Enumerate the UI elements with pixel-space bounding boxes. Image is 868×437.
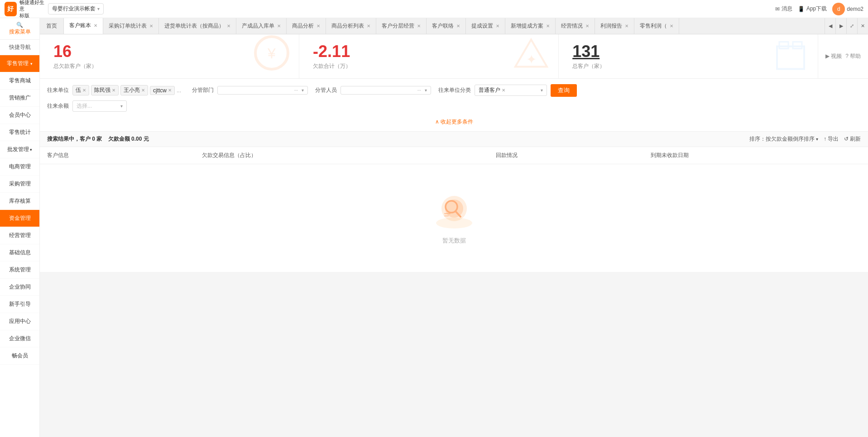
svg-rect-6 [793, 42, 802, 49]
tab-operations-status[interactable]: 经营情况 ✕ [556, 18, 595, 34]
sidebar-item-finance[interactable]: 资金管理 [0, 210, 39, 227]
sidebar-item-retail-mgmt[interactable]: 零售管理 ▾ [0, 55, 39, 72]
dept-filter-select[interactable]: ··· ▾ [217, 86, 308, 95]
category-filter-select[interactable]: 普通客户 ✕ ▾ [475, 85, 547, 96]
category-tag-1[interactable]: 普通客户 ✕ [479, 86, 505, 94]
sidebar-item-vip-member[interactable]: 畅会员 [0, 347, 39, 365]
tag-close-icon[interactable]: ✕ [168, 88, 172, 93]
tab-close-icon[interactable]: ✕ [625, 24, 628, 28]
tab-close-icon[interactable]: ✕ [227, 24, 230, 28]
sidebar-item-purchase[interactable]: 采购管理 [0, 176, 39, 193]
tab-profit-report[interactable]: 利润报告 ✕ [595, 18, 634, 34]
tab-close-icon[interactable]: ✕ [277, 24, 281, 28]
sidebar-item-sys-mgmt[interactable]: 系统管理 [0, 261, 39, 279]
balance-filter-select[interactable]: 选择... ▾ [72, 100, 127, 112]
tab-close-all-button[interactable]: ✕ [857, 18, 868, 34]
tab-close-icon[interactable]: ✕ [94, 23, 97, 28]
content-area: 首页 客户账本 ✕ 采购订单统计表 ✕ 进货单统计表（按商品） ✕ 产成品入库单… [40, 18, 868, 437]
tab-close-icon[interactable]: ✕ [456, 24, 460, 28]
workspace-selector[interactable]: 母婴行业演示帐套 ▾ [48, 3, 104, 14]
play-icon: ▶ [825, 53, 830, 59]
sidebar-item-retail-stat[interactable]: 零售统计 [0, 124, 39, 141]
sidebar-item-wholesale-mgmt[interactable]: 批发管理 ▾ [0, 141, 39, 158]
tab-expand-button[interactable]: ⤢ [846, 18, 857, 34]
sidebar-item-basic-info[interactable]: 基础信息 [0, 244, 39, 261]
tab-close-icon[interactable]: ✕ [367, 24, 370, 28]
collapse-button[interactable]: ∧ 收起更多条件 [435, 118, 473, 126]
stat-number-debt: -2.11 [313, 43, 350, 61]
tab-home[interactable]: 首页 [40, 18, 64, 34]
tab-close-icon[interactable]: ✕ [317, 24, 320, 28]
chevron-down-icon: ▾ [30, 147, 32, 152]
tab-customer-contact[interactable]: 客户联络 ✕ [427, 18, 466, 34]
user-menu[interactable]: d demo2 [832, 3, 863, 15]
tab-prev-button[interactable]: ◀ [825, 18, 835, 34]
tab-purchase-stats-by-product[interactable]: 进货单统计表（按商品） ✕ [159, 18, 236, 34]
top-bar-left: 好 畅捷通好生意 标版 母婴行业演示帐套 ▾ [5, 0, 104, 19]
sort-arrow-icon: ▾ [816, 137, 818, 142]
unit-tag-more[interactable]: ... [177, 87, 181, 94]
sidebar-item-marketing[interactable]: 营销推广 [0, 90, 39, 107]
message-button[interactable]: ✉ 消息 [775, 5, 792, 13]
tab-product-analysis-list[interactable]: 商品分析列表 ✕ [326, 18, 376, 34]
tab-close-icon[interactable]: ✕ [496, 24, 499, 28]
tab-retail-profit[interactable]: 零售利润（ ✕ [634, 18, 679, 34]
sidebar-item-inventory[interactable]: 库存核算 [0, 193, 39, 210]
tab-product-instock[interactable]: 产成品入库单 ✕ [236, 18, 287, 34]
sidebar-item-operations[interactable]: 经营管理 [0, 227, 39, 244]
workspace-dropdown-arrow: ▾ [97, 6, 100, 11]
result-info: 搜索结果中，客户 0 家 欠款金额 0.00 元 [47, 135, 149, 143]
stat-label-customers: 总欠款客户（家） [53, 62, 97, 70]
tab-close-icon[interactable]: ✕ [670, 24, 673, 28]
sidebar-item-new-guide[interactable]: 新手引导 [0, 296, 39, 313]
help-icon: ? [845, 53, 849, 59]
sidebar-item-app-center[interactable]: 应用中心 [0, 313, 39, 330]
stat-card-total-customers: 131 总客户（家） [559, 34, 818, 78]
svg-rect-5 [779, 42, 788, 49]
query-button[interactable]: 查询 [551, 84, 577, 97]
help-button[interactable]: ? 帮助 [845, 52, 861, 60]
tab-accounts-receivable[interactable]: 客户账本 ✕ [64, 18, 103, 34]
video-button[interactable]: ▶ 视频 [825, 52, 842, 60]
unit-tag-3[interactable]: 王小亮 ✕ [120, 85, 148, 95]
sidebar-item-retail-mall[interactable]: 零售商城 [0, 72, 39, 90]
select-arrow-icon: ▾ [541, 88, 543, 93]
tag-close-icon[interactable]: ✕ [82, 88, 86, 93]
stat-card-customers: ¥ 16 总欠款客户（家） [40, 34, 299, 78]
tab-product-analysis[interactable]: 商品分析 ✕ [287, 18, 326, 34]
sidebar-item-enterprise-wechat[interactable]: 企业微信 [0, 330, 39, 347]
select-arrow-icon: ▾ [425, 88, 427, 93]
tag-close-icon[interactable]: ✕ [141, 88, 145, 93]
unit-tag-2[interactable]: 陈民强 ✕ [91, 85, 119, 95]
tab-close-icon[interactable]: ✕ [585, 24, 589, 28]
search-icon: 🔍 [16, 22, 23, 28]
export-button[interactable]: ↑ 导出 [824, 135, 839, 143]
refresh-button[interactable]: ↺ 刷新 [844, 135, 861, 143]
tag-close-icon[interactable]: ✕ [112, 88, 115, 93]
sidebar-item-member-center[interactable]: 会员中心 [0, 107, 39, 124]
person-filter-select[interactable]: ··· ▾ [340, 86, 431, 95]
sidebar: 🔍 搜索菜单 快捷导航 零售管理 ▾ 零售商城 营销推广 会员中心 零售统计 批… [0, 18, 40, 437]
tab-next-button[interactable]: ▶ [835, 18, 846, 34]
svg-rect-13 [444, 215, 449, 217]
svg-rect-12 [444, 213, 451, 214]
tag-close-icon[interactable]: ✕ [502, 88, 505, 93]
tab-customer-segment[interactable]: 客户分层经营 ✕ [376, 18, 427, 34]
tab-purchase-order-stats[interactable]: 采购订单统计表 ✕ [103, 18, 159, 34]
sidebar-item-enterprise-collab[interactable]: 企业协同 [0, 279, 39, 296]
export-icon: ↑ [824, 136, 826, 142]
sidebar-item-quick-nav[interactable]: 快捷导航 [0, 40, 39, 55]
message-icon: ✉ [775, 6, 780, 12]
tab-close-icon[interactable]: ✕ [546, 24, 550, 28]
tab-new-promotion-plan[interactable]: 新增提成方案 ✕ [505, 18, 556, 34]
unit-tag-4[interactable]: cjttcw ✕ [150, 86, 175, 95]
tab-close-icon[interactable]: ✕ [417, 24, 421, 28]
tab-close-icon[interactable]: ✕ [149, 24, 153, 28]
sidebar-item-search[interactable]: 🔍 搜索菜单 [0, 18, 39, 40]
page-content: ¥ 16 总欠款客户（家） ✦ -2.11 欠款合计（万） 131 [40, 34, 868, 437]
tab-promotion-settings[interactable]: 提成设置 ✕ [466, 18, 505, 34]
sidebar-item-ecommerce[interactable]: 电商管理 [0, 158, 39, 176]
unit-tag-1[interactable]: 伍 ✕ [72, 85, 89, 95]
app-download-button[interactable]: 📱 App下载 [798, 5, 827, 13]
sort-select[interactable]: 排序：按欠款金额倒序排序 ▾ [749, 135, 818, 143]
